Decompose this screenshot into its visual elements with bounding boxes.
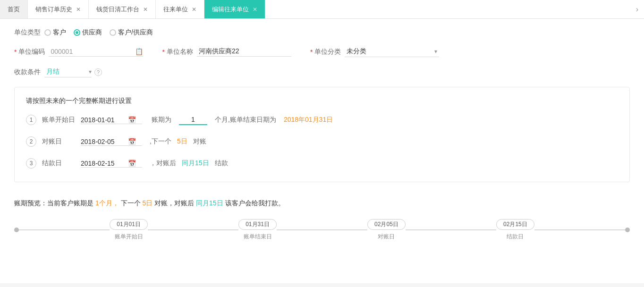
step3-num: 3 xyxy=(26,158,36,169)
tab-cash-work-close[interactable]: ✕ xyxy=(143,6,148,13)
setting-box: 请按照未来的一个完整帐期进行设置 1 账单开始日 📅 账期为 个月,账单结束日期… xyxy=(14,87,630,182)
unit-code-star: * xyxy=(14,48,17,56)
preview-suffix: 该客户会给我打款。 xyxy=(225,199,285,207)
step2-num: 2 xyxy=(26,136,36,147)
unit-name-input-wrapper xyxy=(197,47,291,57)
timeline-line-1 xyxy=(19,229,110,230)
timeline-node-2-date: 01月31日 xyxy=(238,219,277,230)
timeline-line-5 xyxy=(534,229,625,230)
unit-name-star: * xyxy=(162,48,164,56)
preview-highlight3: 同月15日 xyxy=(196,199,223,207)
tab-edit-partner-label: 编辑往来单位 xyxy=(212,5,249,14)
tab-edit-partner-close[interactable]: ✕ xyxy=(253,6,257,13)
unit-code-input[interactable] xyxy=(49,47,135,56)
step2-calendar-icon[interactable]: 📅 xyxy=(128,138,136,145)
timeline-node-4-date: 02月15日 xyxy=(496,219,534,230)
step1-date-input-wrapper: 📅 xyxy=(81,116,142,124)
step3-desc-prefix: ，对账后 xyxy=(150,159,176,168)
step3-date-input-wrapper: 📅 xyxy=(81,160,142,168)
timeline-node-2: 01月31日 账单结束日 xyxy=(238,219,277,241)
step2-desc-highlight: 5日 xyxy=(177,137,187,146)
timeline-node-1-date: 01月01日 xyxy=(110,219,148,230)
step2-date-input[interactable] xyxy=(81,138,128,145)
timeline-node-2-label: 账单结束日 xyxy=(244,233,272,241)
step1-period-suffix: 个月,账单结束日期为 xyxy=(215,116,276,124)
step3-desc-suffix: 结款 xyxy=(215,159,228,168)
tab-sales-history-label: 销售订单历史 xyxy=(35,5,72,14)
payment-select[interactable]: 月结 ▾ xyxy=(44,67,92,77)
timeline-node-3-label: 对账日 xyxy=(378,233,395,241)
unit-name-group: * 单位名称 xyxy=(162,47,291,57)
unit-category-star: * xyxy=(310,48,313,56)
timeline-container: 01月01日 账单开始日 01月31日 账单结束日 02月05日 对账日 02月… xyxy=(14,219,630,241)
step2-row: 2 对账日 📅 ,下一个 5日 对账 xyxy=(26,136,618,147)
preview-prefix: 账期预览：当前客户账期是 xyxy=(14,199,93,207)
tab-cash-work[interactable]: 钱货日清工作台 ✕ xyxy=(89,0,156,18)
radio-supplier-circle xyxy=(74,29,80,36)
step1-period-input[interactable] xyxy=(179,115,207,125)
step1-period-label: 账期为 xyxy=(152,116,171,124)
radio-both-circle xyxy=(110,29,116,36)
tab-partner-close[interactable]: ✕ xyxy=(192,6,196,13)
payment-group: 收款条件 月结 ▾ ? xyxy=(14,67,102,77)
radio-both-label: 客户/供应商 xyxy=(118,28,153,37)
step3-calendar-icon[interactable]: 📅 xyxy=(128,160,136,167)
tab-expand-button[interactable]: › xyxy=(630,0,644,18)
unit-category-label: 单位分类 xyxy=(314,48,341,56)
step1-calendar-icon[interactable]: 📅 xyxy=(128,116,136,124)
step2-label: 对账日 xyxy=(42,137,75,146)
tab-cash-work-label: 钱货日清工作台 xyxy=(96,5,139,14)
timeline-node-1: 01月01日 账单开始日 xyxy=(110,219,148,241)
tab-home[interactable]: 首页 xyxy=(0,0,28,18)
step1-num: 1 xyxy=(26,115,36,125)
main-content: 单位类型 客户 供应商 客户/供应商 * 单位编码 xyxy=(0,19,644,283)
step3-label: 结款日 xyxy=(42,159,75,168)
step1-row: 1 账单开始日 📅 账期为 个月,账单结束日期为 2018年01月31日 xyxy=(26,115,618,125)
payment-help-icon[interactable]: ? xyxy=(94,68,102,76)
preview-middle: 下一个 xyxy=(121,199,141,207)
tab-edit-partner[interactable]: 编辑往来单位 ✕ xyxy=(204,0,265,18)
unit-type-label: 单位类型 xyxy=(14,28,41,37)
payment-value: 月结 xyxy=(44,67,89,77)
timeline-node-3-date: 02月05日 xyxy=(367,219,406,230)
radio-customer[interactable]: 客户 xyxy=(44,28,66,37)
timeline-line-3 xyxy=(277,229,367,230)
unit-type-group: 单位类型 客户 供应商 客户/供应商 xyxy=(14,28,153,37)
tab-partner[interactable]: 往来单位 ✕ xyxy=(156,0,204,18)
unit-info-row: * 单位编码 📋 * 单位名称 * 单位分类 未分类 ▾ xyxy=(14,46,630,57)
radio-customer-label: 客户 xyxy=(53,28,66,37)
timeline-node-1-label: 账单开始日 xyxy=(115,233,143,241)
timeline-end-dot xyxy=(625,228,630,232)
unit-code-icon[interactable]: 📋 xyxy=(135,48,143,55)
step1-date-input[interactable] xyxy=(81,116,128,124)
timeline-node-4-label: 结款日 xyxy=(507,233,524,241)
unit-category-dropdown[interactable]: 未分类 ▾ xyxy=(345,46,439,57)
unit-name-input[interactable] xyxy=(197,47,291,56)
radio-both[interactable]: 客户/供应商 xyxy=(110,28,153,37)
timeline-line-2 xyxy=(148,229,238,230)
unit-type-radio-group: 客户 供应商 客户/供应商 xyxy=(44,28,153,37)
unit-category-arrow-icon: ▾ xyxy=(434,48,437,55)
step2-date-input-wrapper: 📅 xyxy=(81,138,142,146)
unit-type-row: 单位类型 客户 供应商 客户/供应商 xyxy=(14,28,630,37)
payment-arrow-icon: ▾ xyxy=(89,68,92,75)
unit-code-input-wrapper: 📋 xyxy=(49,47,143,57)
tab-sales-history[interactable]: 销售订单历史 ✕ xyxy=(28,0,89,18)
unit-category-group: * 单位分类 未分类 ▾ xyxy=(310,46,439,57)
unit-name-label: 单位名称 xyxy=(167,48,193,56)
unit-code-label: 单位编码 xyxy=(18,48,45,56)
preview-text: 账期预览：当前客户账期是 1个月， 下一个 5日 对账，对账后 同月15日 该客… xyxy=(14,199,630,208)
payment-label: 收款条件 xyxy=(14,68,41,76)
tab-home-label: 首页 xyxy=(8,5,20,14)
unit-code-group: * 单位编码 📋 xyxy=(14,47,143,57)
timeline-node-3: 02月05日 对账日 xyxy=(367,219,406,241)
tab-partner-label: 往来单位 xyxy=(163,5,188,14)
tab-sales-history-close[interactable]: ✕ xyxy=(76,6,81,13)
radio-supplier[interactable]: 供应商 xyxy=(74,28,102,37)
unit-category-value: 未分类 xyxy=(347,47,432,56)
step3-row: 3 结款日 📅 ，对账后 同月15日 结款 xyxy=(26,158,618,169)
step3-date-input[interactable] xyxy=(81,160,128,167)
payment-row: 收款条件 月结 ▾ ? xyxy=(14,67,630,77)
radio-supplier-label: 供应商 xyxy=(82,28,102,37)
preview-middle2: 对账，对账后 xyxy=(154,199,194,207)
